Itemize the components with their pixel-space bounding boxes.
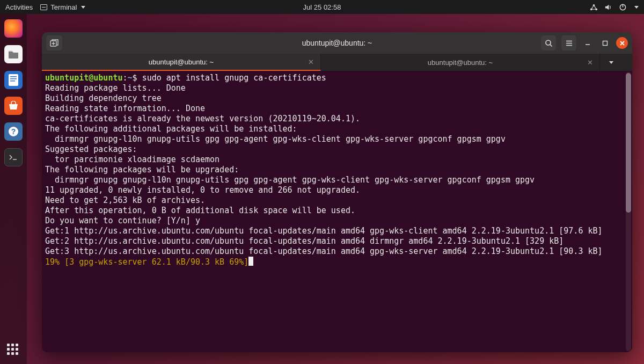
new-tab-button[interactable]	[46, 35, 62, 50]
tab-close-icon[interactable]: ✕	[587, 59, 593, 67]
cursor-block	[248, 257, 253, 266]
svg-rect-7	[10, 81, 15, 82]
search-button[interactable]	[541, 35, 556, 50]
clock[interactable]: Jul 25 02:58	[303, 3, 341, 11]
tab-close-icon[interactable]: ✕	[308, 58, 314, 66]
svg-rect-6	[10, 78, 17, 79]
close-button[interactable]	[616, 37, 628, 49]
maximize-button[interactable]	[599, 37, 611, 49]
terminal-window: ubuntupit@ubuntu: ~ ubuntupit@ubuntu: ~ …	[42, 32, 632, 352]
terminal-app-icon	[40, 4, 47, 10]
progress-line: 19% [3 gpg-wks-server 62.1 kB/90.3 kB 69…	[45, 257, 248, 267]
app-menu[interactable]: Terminal	[40, 3, 85, 11]
hamburger-menu-button[interactable]	[561, 35, 576, 50]
svg-rect-12	[603, 41, 607, 45]
window-titlebar[interactable]: ubuntupit@ubuntu: ~	[42, 32, 632, 54]
prompt-sep: :	[123, 73, 128, 83]
chevron-down-icon	[81, 6, 85, 9]
scrollbar-thumb[interactable]	[626, 73, 631, 213]
svg-rect-5	[10, 76, 17, 77]
window-title: ubuntupit@ubuntu: ~	[302, 39, 372, 47]
tab-label: ubuntupit@ubuntu: ~	[428, 59, 493, 67]
terminal-output[interactable]: ubuntupit@ubuntu:~$ sudo apt install gnu…	[42, 71, 632, 352]
power-icon[interactable]	[619, 3, 627, 11]
tab-strip: ubuntupit@ubuntu: ~ ✕ ubuntupit@ubuntu: …	[42, 54, 632, 71]
dock-help[interactable]: ?	[4, 122, 23, 141]
tab-1[interactable]: ubuntupit@ubuntu: ~ ✕	[321, 54, 600, 71]
volume-icon[interactable]	[604, 3, 612, 11]
dock-firefox[interactable]	[4, 19, 23, 38]
tab-label: ubuntupit@ubuntu: ~	[149, 58, 214, 66]
gnome-top-bar: Activities Terminal Jul 25 02:58	[0, 0, 644, 14]
tab-0[interactable]: ubuntupit@ubuntu: ~ ✕	[42, 54, 321, 71]
tab-dropdown-button[interactable]	[600, 54, 621, 71]
scrollbar[interactable]	[626, 72, 631, 351]
activities-button[interactable]: Activities	[5, 3, 33, 11]
dock: ?	[0, 14, 27, 364]
app-menu-label: Terminal	[50, 3, 77, 11]
output-lines: Reading package lists... Done Building d…	[45, 83, 603, 256]
prompt-end: $	[133, 73, 142, 83]
dock-software[interactable]	[4, 97, 23, 115]
svg-rect-4	[9, 74, 18, 86]
dock-document[interactable]	[4, 71, 23, 89]
dock-files[interactable]	[4, 45, 23, 63]
apps-grid-icon	[7, 344, 20, 356]
prompt-user: ubuntupit@ubuntu	[45, 73, 123, 83]
chevron-down-icon	[609, 61, 613, 64]
command-text: sudo apt install gnupg ca-certificates	[142, 73, 326, 83]
network-icon[interactable]	[590, 3, 598, 11]
minimize-button[interactable]	[582, 37, 594, 49]
show-applications[interactable]	[7, 344, 20, 356]
svg-point-11	[546, 40, 551, 45]
dock-terminal[interactable]	[4, 148, 23, 166]
svg-text:?: ?	[11, 127, 16, 136]
system-menu-chevron-icon[interactable]	[634, 6, 639, 9]
prompt-path: ~	[128, 73, 133, 83]
